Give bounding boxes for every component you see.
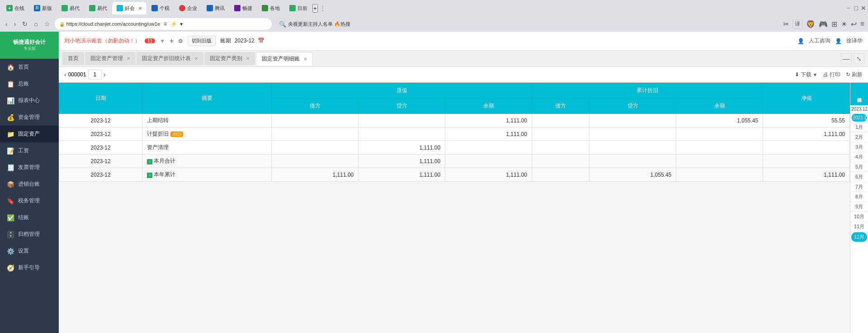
period-month-8月[interactable]: 8月 [850, 192, 868, 202]
main-table-area: 日期 摘要 原值 累计折旧 净值 借方 贷方 余额 借方 贷方 余额 [59, 83, 850, 333]
page-tab-asset-category[interactable]: 固定资产类别 ✕ [204, 52, 255, 65]
pager-next-button[interactable]: › [104, 71, 106, 78]
restore-button[interactable]: □ [854, 5, 858, 12]
print-button[interactable]: 🖨 打印 [823, 71, 840, 79]
options-button[interactable]: ⚙ [178, 38, 183, 44]
period-date-1[interactable]: 2023.12 [850, 105, 868, 113]
sidebar-item-invoice[interactable]: 🧾 发票管理 [0, 159, 59, 176]
address-bar[interactable]: 🔒 https://cloud.chanjet.com/accounting/u… [55, 18, 272, 30]
period-month-1月[interactable]: 1月 [850, 122, 868, 132]
home-button[interactable]: ⌂ [32, 19, 39, 28]
switch-version-button[interactable]: 切到旧版 [188, 36, 216, 46]
sidebar-item-archive[interactable]: 🗄️ 归档管理 [0, 226, 59, 243]
month-list: 1月2月3月4月5月6月7月8月9月10月11月12月 [850, 122, 868, 243]
logo-sub: 专业版 [24, 46, 36, 52]
page-tab-asset-detail[interactable]: 固定资产明细账 ✕ [256, 52, 313, 66]
period-month-12月[interactable]: 12月 [851, 232, 867, 242]
period-month-6月[interactable]: 6月 [850, 172, 868, 182]
table-row: 2023-12上期结转1,111.001,055.4555.55 [59, 114, 850, 127]
pager-prev-button[interactable]: ‹ [64, 71, 66, 78]
download-icon: ⬇ [795, 71, 799, 78]
sidebar-item-tax[interactable]: 🔖 税务管理 [0, 192, 59, 209]
gamepad-icon[interactable]: 🎮 [819, 20, 828, 28]
address-bar-row: ‹ › ↻ ⌂ ☆ 🔒 https://cloud.chanjet.com/ac… [0, 16, 868, 32]
forward-button[interactable]: › [12, 19, 18, 28]
close-tab-asset-category[interactable]: ✕ [246, 56, 250, 61]
notification-badge[interactable]: 11 [145, 38, 155, 43]
sidebar-nav: 🏠 首页 📋 总账 📊 报表中心 💰 资金管理 📁 固定资产 📝 工资 [0, 59, 59, 333]
browser-tab-haohui[interactable]: 好会 ✕ [112, 2, 146, 14]
browser-tab-yidai1[interactable]: 易代 [57, 2, 84, 14]
th-net-value: 净值 [763, 83, 850, 114]
period-date-2[interactable]: 2023.12 [852, 114, 867, 122]
period-month-4月[interactable]: 4月 [850, 152, 868, 162]
download-button[interactable]: ⬇ 下载 ▼ [795, 71, 817, 79]
translate-icon[interactable]: 译 [793, 19, 802, 29]
sidebar-item-salary[interactable]: 📝 工资 [0, 142, 59, 159]
sidebar-item-purchase-sales[interactable]: 📦 进销台账 [0, 176, 59, 192]
help-button[interactable]: 人工咨询 [809, 37, 830, 45]
sidebar-item-general-ledger[interactable]: 📋 总账 [0, 75, 59, 92]
sidebar-label-fixed-assets: 固定资产 [18, 130, 40, 138]
sidebar-item-settings[interactable]: ⚙️ 设置 [0, 243, 59, 259]
add-account-button[interactable]: + [170, 37, 174, 45]
page-tab-fixed-asset-manage[interactable]: 固定资产管理 ✕ [85, 52, 136, 65]
menu-icon[interactable]: ≡ [860, 20, 864, 28]
page-input[interactable] [88, 70, 102, 80]
dropdown-icon[interactable]: ▼ [179, 22, 184, 27]
period-month-10月[interactable]: 10月 [850, 212, 868, 222]
reports-icon: 📊 [6, 97, 14, 104]
new-tab-button[interactable]: + [312, 4, 318, 13]
period-month-2月[interactable]: 2月 [850, 132, 868, 142]
calendar-icon[interactable]: 📅 [258, 38, 264, 44]
browser-tab-qiye[interactable]: 企业 [175, 2, 202, 14]
undo-icon[interactable]: ↩ [851, 20, 857, 28]
browser-tab-yidai2[interactable]: 易代 [85, 2, 112, 14]
grid-icon[interactable]: ⊞ [831, 20, 837, 28]
bookmark-button[interactable]: ☆ [42, 19, 52, 28]
extension-icon[interactable]: 🦁 [806, 20, 815, 28]
tab-close-icon[interactable]: ✕ [138, 6, 142, 11]
browser-tab-gedi[interactable]: 各地 [257, 2, 284, 14]
sidebar-item-closing[interactable]: ✅ 结账 [0, 209, 59, 226]
page-tab-home[interactable]: 首页 [62, 52, 84, 65]
browser-tab-tengxun[interactable]: 腾讯 [202, 2, 229, 14]
sidebar-item-reports[interactable]: 📊 报表中心 [0, 92, 59, 109]
expand-window-button[interactable]: ⤡ [854, 53, 864, 64]
sidebar-item-guide[interactable]: 🧭 新手引导 [0, 259, 59, 276]
lightning-icon[interactable]: ⚡ [170, 21, 177, 27]
brightness-icon[interactable]: ☀ [841, 20, 847, 28]
browser-tab-muqian[interactable]: 目前 [285, 2, 312, 14]
scissors-icon[interactable]: ✂ [783, 20, 789, 28]
period-month-9月[interactable]: 9月 [850, 202, 868, 212]
tab-label-gedi: 各地 [270, 5, 280, 12]
period-month-3月[interactable]: 3月 [850, 142, 868, 152]
refresh-button[interactable]: ↻ 刷新 [846, 71, 863, 79]
period-month-7月[interactable]: 7月 [850, 182, 868, 192]
sidebar-item-fixed-assets[interactable]: 📁 固定资产 [0, 126, 59, 142]
th-accum-balance: 余额 [676, 98, 763, 114]
reload-button[interactable]: ↻ [20, 19, 29, 28]
close-tab-fixed-asset-manage[interactable]: ✕ [127, 56, 130, 61]
sidebar-item-funds[interactable]: 💰 资金管理 [0, 109, 59, 126]
browser-tab-online[interactable]: ● 在线 [2, 2, 29, 14]
period-month-5月[interactable]: 5月 [850, 162, 868, 172]
browser-tab-changjie[interactable]: 畅捷 [230, 2, 257, 14]
browser-tab-geshui[interactable]: 个税 [147, 2, 174, 14]
period-month-11月[interactable]: 11月 [850, 222, 868, 232]
user-avatar[interactable]: 👤 [835, 38, 842, 44]
period-selector-header: 期间选择 [850, 83, 868, 105]
browser-tab-new[interactable]: 新 新版 [29, 2, 57, 14]
minimize-button[interactable]: － [845, 4, 852, 12]
back-button[interactable]: ‹ [4, 19, 9, 28]
collapse-window-button[interactable]: — [841, 53, 852, 64]
sidebar-item-home[interactable]: 🏠 首页 [0, 59, 59, 75]
close-tab-depreciation-stat[interactable]: ✕ [194, 56, 198, 61]
close-tab-asset-detail[interactable]: ✕ [303, 56, 307, 61]
dropdown-arrow-icon[interactable]: ▼ [160, 38, 165, 44]
browser-menu-icon[interactable]: ≡ [164, 21, 167, 27]
close-button[interactable]: ✕ [861, 5, 866, 12]
download-dropdown-icon[interactable]: ▼ [813, 72, 817, 77]
tab-options-icon[interactable]: ⋮ [320, 5, 326, 11]
page-tab-depreciation-stat[interactable]: 固定资产折旧统计表 ✕ [137, 52, 203, 65]
